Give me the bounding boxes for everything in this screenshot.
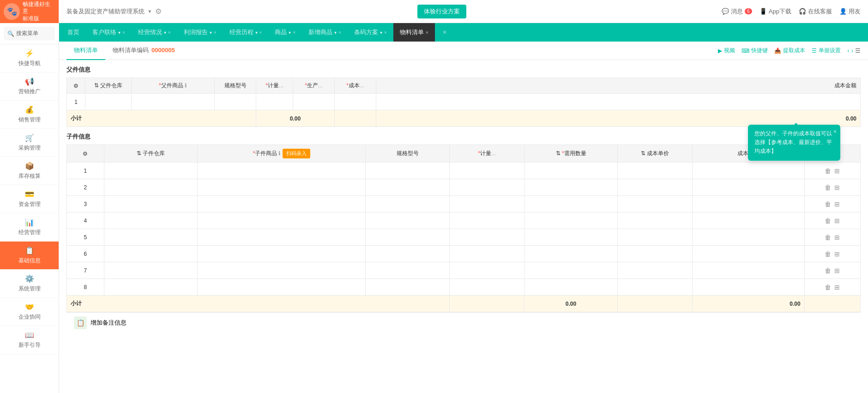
parent-unit-cell[interactable] <box>256 94 293 110</box>
child-spec-cell[interactable] <box>366 179 450 196</box>
delete-icon[interactable]: 🗑 <box>825 284 831 291</box>
child-unit-price-cell[interactable] <box>618 212 693 229</box>
child-product-cell[interactable] <box>198 229 366 246</box>
toolbar-shortcut[interactable]: ⌨ 快捷键 <box>741 47 768 54</box>
child-product-cell[interactable] <box>198 279 366 296</box>
tab-operation[interactable]: 经营情况 ▾ × <box>132 23 177 42</box>
copy-icon[interactable]: ⊞ <box>834 284 840 291</box>
message-item[interactable]: 💬 消息 6 <box>722 7 752 16</box>
child-unit-price-cell[interactable] <box>618 229 693 246</box>
child-unit-price-cell[interactable] <box>618 196 693 212</box>
child-unit-price-cell[interactable] <box>618 262 693 279</box>
close-all-tabs[interactable]: ✕ <box>442 29 447 36</box>
sidebar-item-sales[interactable]: 💰 销售管理 <box>0 101 59 129</box>
tab-new-goods-close[interactable]: × <box>338 30 341 35</box>
child-qty-cell[interactable] <box>524 246 617 262</box>
sidebar-item-system[interactable]: ⚙️ 系统管理 <box>0 270 59 298</box>
child-product-cell[interactable] <box>198 179 366 196</box>
tab-goods[interactable]: 商品 ▾ × <box>268 23 302 42</box>
sidebar-item-purchase[interactable]: 🛒 采购管理 <box>0 129 59 157</box>
child-product-cell[interactable] <box>198 212 366 229</box>
tab-barcode-close[interactable]: × <box>384 30 387 35</box>
tab-history-close[interactable]: × <box>259 30 262 35</box>
child-warehouse-cell[interactable] <box>104 196 197 212</box>
parent-product-cell[interactable] <box>132 94 215 110</box>
child-product-cell[interactable] <box>198 163 366 179</box>
child-warehouse-cell[interactable] <box>104 212 197 229</box>
child-spec-cell[interactable] <box>366 229 450 246</box>
toolbar-single-settings[interactable]: ☰ 单据设置 <box>812 47 841 54</box>
child-qty-cell[interactable] <box>524 279 617 296</box>
child-unit-cell[interactable] <box>450 246 524 262</box>
child-unit-cell[interactable] <box>450 212 524 229</box>
child-product-cell[interactable] <box>198 246 366 262</box>
sidebar-item-cooperation[interactable]: 🤝 企业协同 <box>0 298 59 326</box>
scan-input-button[interactable]: 扫码录入 <box>283 149 310 158</box>
child-spec-cell[interactable] <box>366 246 450 262</box>
child-unit-cell[interactable] <box>450 262 524 279</box>
sidebar-item-inventory[interactable]: 📦 库存核算 <box>0 157 59 185</box>
settings-icon[interactable]: ⚙ <box>155 7 162 16</box>
sub-tab-bom-list[interactable]: 物料清单 <box>66 42 105 60</box>
child-spec-cell[interactable] <box>366 196 450 212</box>
app-download-item[interactable]: 📱 App下载 <box>760 7 791 16</box>
copy-icon[interactable]: ⊞ <box>834 234 840 241</box>
delete-icon[interactable]: 🗑 <box>825 267 831 274</box>
child-warehouse-cell[interactable] <box>104 229 197 246</box>
trial-button[interactable]: 体验行业方案 <box>417 5 466 18</box>
tab-goods-close[interactable]: × <box>293 30 295 35</box>
child-qty-cell[interactable] <box>524 212 617 229</box>
delete-icon[interactable]: 🗑 <box>825 184 831 191</box>
child-warehouse-cell[interactable] <box>104 279 197 296</box>
tab-history[interactable]: 经营历程 ▾ × <box>223 23 269 42</box>
delete-icon[interactable]: 🗑 <box>825 250 831 258</box>
delete-icon[interactable]: 🗑 <box>825 167 831 175</box>
sidebar-item-quick-nav[interactable]: ⚡ 快捷导航 <box>0 44 59 73</box>
col-settings-icon[interactable]: ⚙ <box>73 83 78 89</box>
parent-warehouse-cell[interactable] <box>85 94 132 110</box>
tab-operation-close[interactable]: × <box>168 30 171 35</box>
child-unit-cell[interactable] <box>450 163 524 179</box>
parent-spec-cell[interactable] <box>215 94 256 110</box>
tab-profit-close[interactable]: × <box>214 30 217 35</box>
sub-tab-bom-code[interactable]: 物料清单编码 0000005 <box>105 42 182 60</box>
copy-icon[interactable]: ⊞ <box>834 184 840 191</box>
copy-icon[interactable]: ⊞ <box>834 267 840 274</box>
child-unit-cell[interactable] <box>450 179 524 196</box>
child-spec-cell[interactable] <box>366 262 450 279</box>
copy-icon[interactable]: ⊞ <box>834 250 840 258</box>
tooltip-close[interactable]: × <box>833 127 837 136</box>
child-warehouse-cell[interactable] <box>104 179 197 196</box>
child-unit-price-cell[interactable] <box>618 163 693 179</box>
child-col-settings-icon[interactable]: ⚙ <box>83 151 88 157</box>
child-warehouse-cell[interactable] <box>104 163 197 179</box>
child-unit-price-cell[interactable] <box>618 179 693 196</box>
toolbar-extract-cost[interactable]: 📥 提取成本 <box>774 47 805 54</box>
toolbar-view[interactable]: ▶ 视频 <box>718 47 735 54</box>
delete-icon[interactable]: 🗑 <box>825 217 831 224</box>
child-spec-cell[interactable] <box>366 279 450 296</box>
child-unit-cell[interactable] <box>450 229 524 246</box>
sidebar-item-guide[interactable]: 📖 新手引导 <box>0 326 59 354</box>
parent-prod-cell[interactable] <box>293 94 335 110</box>
child-warehouse-cell[interactable] <box>104 262 197 279</box>
child-warehouse-cell[interactable] <box>104 246 197 262</box>
child-qty-cell[interactable] <box>524 179 617 196</box>
delete-icon[interactable]: 🗑 <box>825 200 831 208</box>
child-unit-price-cell[interactable] <box>618 279 693 296</box>
tab-bom[interactable]: 物料清单 × <box>393 23 435 42</box>
child-spec-cell[interactable] <box>366 163 450 179</box>
tab-home[interactable]: 首页 <box>61 23 86 42</box>
tab-new-goods[interactable]: 新增商品 ▾ × <box>302 23 348 42</box>
menu-icon[interactable]: ☰ <box>855 47 861 54</box>
copy-icon[interactable]: ⊞ <box>834 217 840 224</box>
child-qty-cell[interactable] <box>524 229 617 246</box>
sidebar-item-finance[interactable]: 💳 资金管理 <box>0 185 59 213</box>
next-arrow[interactable]: › <box>851 47 853 54</box>
sidebar-item-operations[interactable]: 📊 经营管理 <box>0 213 59 242</box>
online-service-item[interactable]: 🎧 在线客服 <box>799 7 832 16</box>
tab-bom-close[interactable]: × <box>426 30 428 35</box>
sidebar-item-marketing[interactable]: 📢 营销推广 <box>0 73 59 101</box>
sidebar-item-basic-info[interactable]: 📋 基础信息 <box>0 242 59 270</box>
tab-barcode[interactable]: 条码方案 ▾ × <box>348 23 393 42</box>
